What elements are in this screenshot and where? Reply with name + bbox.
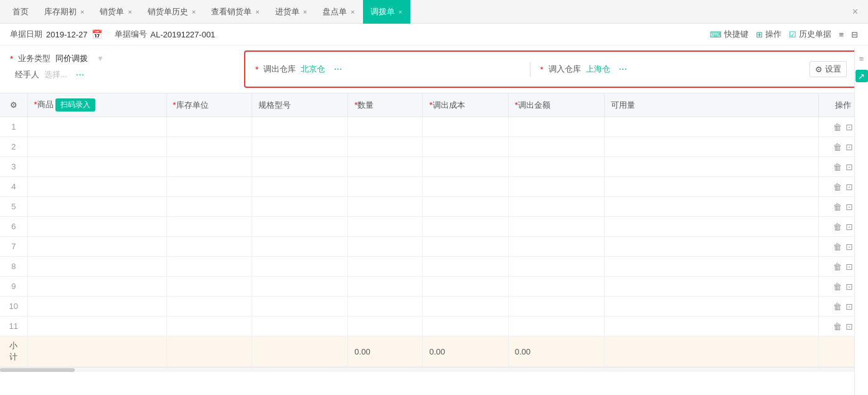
- delete-icon[interactable]: 🗑: [833, 282, 842, 292]
- settings-button[interactable]: ⚙ 设置: [809, 61, 847, 77]
- tab-inventory-init[interactable]: 库存期初 ×: [37, 0, 92, 24]
- copy-icon[interactable]: ⊡: [846, 142, 853, 152]
- copy-icon[interactable]: ⊡: [846, 202, 853, 212]
- close-all-tabs[interactable]: ×: [847, 4, 863, 20]
- amount-cell[interactable]: [508, 257, 604, 277]
- qty-cell[interactable]: [348, 197, 423, 217]
- qty-cell[interactable]: [348, 217, 423, 237]
- amount-cell[interactable]: [508, 137, 604, 157]
- goods-cell[interactable]: [27, 316, 166, 336]
- avail-cell[interactable]: [605, 277, 818, 297]
- copy-icon[interactable]: ⊡: [846, 302, 853, 312]
- goods-cell[interactable]: [27, 257, 166, 277]
- qty-cell[interactable]: [348, 257, 423, 277]
- cost-cell[interactable]: [423, 257, 508, 277]
- qty-cell[interactable]: [348, 117, 423, 137]
- cost-cell[interactable]: [423, 137, 508, 157]
- person-placeholder[interactable]: 选择...: [44, 69, 67, 80]
- spec-cell[interactable]: [252, 277, 347, 297]
- avail-cell[interactable]: [605, 237, 818, 257]
- unit-cell[interactable]: [166, 297, 252, 316]
- qty-cell[interactable]: [348, 237, 423, 257]
- goods-cell[interactable]: [27, 137, 166, 157]
- unit-cell[interactable]: [166, 117, 252, 137]
- copy-icon[interactable]: ⊡: [846, 122, 853, 132]
- tab-close-view-sales[interactable]: ×: [255, 8, 259, 16]
- cost-cell[interactable]: [423, 157, 508, 177]
- spec-cell[interactable]: [252, 316, 347, 336]
- amount-cell[interactable]: [508, 177, 604, 197]
- history-button[interactable]: ☑ 历史单据: [789, 29, 831, 40]
- avail-cell[interactable]: [605, 297, 818, 316]
- side-list-btn[interactable]: ≡: [856, 52, 868, 65]
- unit-cell[interactable]: [166, 197, 252, 217]
- spec-cell[interactable]: [252, 237, 347, 257]
- unit-cell[interactable]: [166, 277, 252, 297]
- avail-cell[interactable]: [605, 217, 818, 237]
- amount-cell[interactable]: [508, 277, 604, 297]
- qty-cell[interactable]: [348, 137, 423, 157]
- goods-cell[interactable]: [27, 297, 166, 316]
- copy-icon[interactable]: ⊡: [846, 162, 853, 172]
- unit-cell[interactable]: [166, 257, 252, 277]
- tab-transfer[interactable]: 调拨单 ×: [363, 0, 410, 24]
- amount-cell[interactable]: [508, 316, 604, 336]
- delete-icon[interactable]: 🗑: [833, 162, 842, 172]
- tab-purchase[interactable]: 进货单 ×: [268, 0, 315, 24]
- tab-stocktake[interactable]: 盘点单 ×: [315, 0, 362, 24]
- cost-cell[interactable]: [423, 277, 508, 297]
- unit-cell[interactable]: [166, 316, 252, 336]
- tab-sales[interactable]: 销货单 ×: [92, 0, 139, 24]
- tab-view-sales[interactable]: 查看销货单 ×: [204, 0, 267, 24]
- spec-cell[interactable]: [252, 197, 347, 217]
- tab-sales-history[interactable]: 销货单历史 ×: [140, 0, 204, 24]
- goods-cell[interactable]: [27, 177, 166, 197]
- spec-cell[interactable]: [252, 257, 347, 277]
- scrollbar-area[interactable]: [0, 367, 868, 372]
- unit-cell[interactable]: [166, 157, 252, 177]
- goods-cell[interactable]: [27, 117, 166, 137]
- spec-cell[interactable]: [252, 297, 347, 316]
- tab-close-inventory-init[interactable]: ×: [80, 8, 84, 16]
- avail-cell[interactable]: [605, 137, 818, 157]
- delete-icon[interactable]: 🗑: [833, 142, 842, 152]
- delete-icon[interactable]: 🗑: [833, 202, 842, 212]
- operations-button[interactable]: ⊞ 操作: [756, 29, 781, 40]
- amount-cell[interactable]: [508, 157, 604, 177]
- amount-cell[interactable]: [508, 297, 604, 316]
- cost-cell[interactable]: [423, 237, 508, 257]
- copy-icon[interactable]: ⊡: [846, 321, 853, 331]
- list-view-button[interactable]: ≡: [839, 30, 844, 39]
- qty-cell[interactable]: [348, 316, 423, 336]
- goods-cell[interactable]: [27, 197, 166, 217]
- amount-cell[interactable]: [508, 197, 604, 217]
- tab-close-sales[interactable]: ×: [128, 8, 131, 16]
- delete-icon[interactable]: 🗑: [833, 302, 842, 312]
- spec-cell[interactable]: [252, 157, 347, 177]
- tab-close-stocktake[interactable]: ×: [351, 8, 354, 16]
- amount-cell[interactable]: [508, 237, 604, 257]
- avail-cell[interactable]: [605, 257, 818, 277]
- tab-home[interactable]: 首页: [5, 0, 37, 24]
- person-more-button[interactable]: ···: [76, 69, 84, 80]
- copy-icon[interactable]: ⊡: [846, 222, 853, 232]
- spec-cell[interactable]: [252, 177, 347, 197]
- goods-cell[interactable]: [27, 217, 166, 237]
- unit-cell[interactable]: [166, 137, 252, 157]
- col-settings[interactable]: ⚙: [0, 93, 27, 117]
- tab-close-transfer[interactable]: ×: [399, 8, 402, 16]
- spec-cell[interactable]: [252, 117, 347, 137]
- side-export-btn[interactable]: ↗: [856, 70, 868, 82]
- qty-cell[interactable]: [348, 177, 423, 197]
- scrollbar-thumb[interactable]: [0, 368, 75, 372]
- qty-cell[interactable]: [348, 297, 423, 316]
- delete-icon[interactable]: 🗑: [833, 262, 842, 272]
- avail-cell[interactable]: [605, 117, 818, 137]
- avail-cell[interactable]: [605, 197, 818, 217]
- delete-icon[interactable]: 🗑: [833, 321, 842, 331]
- unit-cell[interactable]: [166, 237, 252, 257]
- delete-icon[interactable]: 🗑: [833, 222, 842, 232]
- copy-icon[interactable]: ⊡: [846, 262, 853, 272]
- warehouse-in-more[interactable]: ···: [619, 64, 627, 75]
- cost-cell[interactable]: [423, 117, 508, 137]
